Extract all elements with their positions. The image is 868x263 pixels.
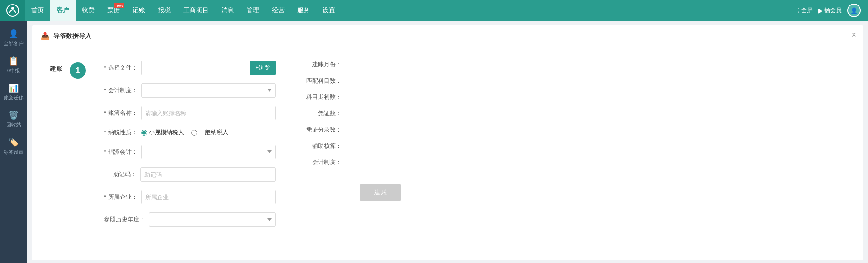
tax-small-text: 小规模纳税人 xyxy=(149,128,184,136)
accounting-row: * 会计制度： xyxy=(104,83,276,98)
nav-item-settings[interactable]: 设置 xyxy=(316,0,342,21)
file-label: * 选择文件： xyxy=(104,64,138,72)
panel-title: 导爷数据导入 xyxy=(53,32,91,40)
nav-item-fee[interactable]: 收费 xyxy=(76,0,101,21)
tax-label: * 纳税性质： xyxy=(104,128,138,136)
recycle-icon: 🗑️ xyxy=(9,110,19,120)
nav-right: ⛶ 全屏 ▶ 畅会员 👤 xyxy=(793,4,868,17)
company-label: * 所属企业： xyxy=(104,193,138,201)
history-select[interactable] xyxy=(149,212,276,227)
acc-system-label: 会计制度： xyxy=(304,158,342,166)
sidebar: 👤 全部客户 📋 0申报 📊 账套迁移 🗑️ 回收站 🏷️ 标签设置 xyxy=(0,21,27,263)
company-row: * 所属企业： xyxy=(104,190,276,204)
accountant-row: * 指派会计： xyxy=(104,145,276,159)
ledger-label: * 账簿名称： xyxy=(104,109,138,117)
nav-item-service[interactable]: 服务 xyxy=(291,0,316,21)
form-right: 建账月份： 匹配科目数： 科目期初数： 凭证数： 凭证分录数： xyxy=(304,61,457,235)
memo-row: 助记码： xyxy=(104,167,276,182)
aux-label: 辅助核算： xyxy=(304,142,342,150)
sidebar-item-tags[interactable]: 🏷️ 标签设置 xyxy=(0,133,27,160)
nav-item-operation[interactable]: 经营 xyxy=(266,0,291,21)
fullscreen-icon: ⛶ xyxy=(793,7,799,14)
form-left: * 选择文件： +浏览 * 会计制度： * 账簿名称： xyxy=(104,61,276,235)
new-badge: new xyxy=(114,3,124,8)
avatar[interactable]: 👤 xyxy=(847,4,861,17)
sidebar-item-declaration[interactable]: 📋 0申报 xyxy=(0,52,27,79)
vip-icon: ▶ xyxy=(818,7,823,14)
file-input[interactable] xyxy=(141,61,250,75)
month-row: 建账月份： xyxy=(304,61,457,69)
nav-item-message[interactable]: 消息 xyxy=(215,0,240,21)
period-row: 科目期初数： xyxy=(304,93,457,101)
step-section: 建账 1 xyxy=(50,61,86,235)
accounting-label: * 会计制度： xyxy=(104,86,138,94)
nav-item-invoice[interactable]: 票据 new xyxy=(101,0,126,21)
month-label: 建账月份： xyxy=(304,61,342,69)
accountant-label: * 指派会计： xyxy=(104,148,138,156)
nav-item-tax[interactable]: 报税 xyxy=(152,0,177,21)
voucher-label: 凭证数： xyxy=(304,109,342,117)
migration-icon: 📊 xyxy=(9,83,19,93)
match-label: 匹配科目数： xyxy=(304,77,342,85)
history-row: 参照历史年度： xyxy=(104,212,276,227)
nav-item-customer[interactable]: 客户 xyxy=(50,0,76,21)
file-row: * 选择文件： +浏览 xyxy=(104,61,276,75)
ledger-row: * 账簿名称： xyxy=(104,106,276,120)
file-input-wrap: +浏览 xyxy=(141,61,276,75)
tax-small-radio[interactable] xyxy=(141,130,147,136)
vertical-divider xyxy=(285,61,285,235)
voucher-row: 凭证数： xyxy=(304,109,457,117)
step-badge: 1 xyxy=(70,62,86,79)
sidebar-item-recycle[interactable]: 🗑️ 回收站 xyxy=(0,106,27,133)
tax-general-label[interactable]: 一般纳税人 xyxy=(191,128,228,136)
voucher-entry-row: 凭证分录数： xyxy=(304,126,457,134)
accountant-select[interactable] xyxy=(141,145,276,159)
tags-icon: 🏷️ xyxy=(9,137,19,147)
import-panel: 📥 导爷数据导入 × 建账 1 * 选择文件： +浏览 xyxy=(32,25,863,260)
memo-label: 助记码： xyxy=(104,170,137,178)
sidebar-item-migration[interactable]: 📊 账套迁移 xyxy=(0,79,27,106)
import-icon: 📥 xyxy=(41,32,50,40)
match-row: 匹配科目数： xyxy=(304,77,457,85)
form-body: 建账 1 * 选择文件： +浏览 * 会计制度： xyxy=(32,47,863,249)
top-navigation: 首页 客户 收费 票据 new 记账 报税 工商项目 消息 管理 经营 服务 设… xyxy=(0,0,868,21)
voucher-entry-label: 凭证分录数： xyxy=(304,126,342,134)
history-label: 参照历史年度： xyxy=(104,216,145,224)
close-button[interactable]: × xyxy=(851,31,856,39)
nav-item-manage[interactable]: 管理 xyxy=(240,0,266,21)
build-button[interactable]: 建账 xyxy=(360,184,401,201)
acc-system-row: 会计制度： xyxy=(304,158,457,166)
all-customers-icon: 👤 xyxy=(9,29,19,39)
tax-small-label[interactable]: 小规模纳税人 xyxy=(141,128,184,136)
tax-radio-group: 小规模纳税人 一般纳税人 xyxy=(141,128,276,136)
panel-header: 📥 导爷数据导入 xyxy=(32,25,863,47)
avatar-icon: 👤 xyxy=(850,7,858,14)
memo-input[interactable] xyxy=(140,167,276,182)
tax-general-text: 一般纳税人 xyxy=(199,128,228,136)
nav-item-bookkeeping[interactable]: 记账 xyxy=(126,0,152,21)
step-label-text: 建账 xyxy=(50,65,62,73)
vip-button[interactable]: ▶ 畅会员 xyxy=(818,6,842,14)
main-area: 📥 导爷数据导入 × 建账 1 * 选择文件： +浏览 xyxy=(27,21,868,263)
tax-general-radio[interactable] xyxy=(191,130,197,136)
nav-item-home[interactable]: 首页 xyxy=(25,0,50,21)
declaration-icon: 📋 xyxy=(9,56,19,66)
nav-item-business[interactable]: 工商项目 xyxy=(177,0,215,21)
company-input[interactable] xyxy=(141,190,276,204)
ledger-input[interactable] xyxy=(141,106,276,120)
accounting-select[interactable] xyxy=(141,83,276,98)
aux-row: 辅助核算： xyxy=(304,142,457,150)
svg-point-1 xyxy=(11,7,14,9)
fullscreen-button[interactable]: ⛶ 全屏 xyxy=(793,6,813,14)
tax-row: * 纳税性质： 小规模纳税人 一般纳税人 xyxy=(104,128,276,136)
period-label: 科目期初数： xyxy=(304,93,342,101)
browse-button[interactable]: +浏览 xyxy=(250,61,276,75)
nav-items: 首页 客户 收费 票据 new 记账 报税 工商项目 消息 管理 经营 服务 设… xyxy=(25,0,793,21)
sidebar-item-all-customers[interactable]: 👤 全部客户 xyxy=(0,24,27,52)
logo[interactable] xyxy=(0,0,25,21)
